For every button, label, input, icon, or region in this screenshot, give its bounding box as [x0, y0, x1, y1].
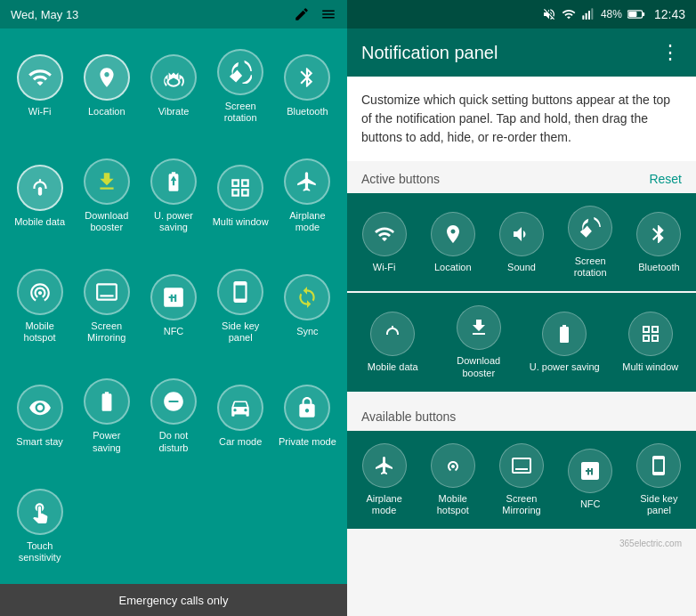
quick-btn-nfc-label: NFC — [164, 326, 184, 337]
right-header: Notification panel ⋮ — [347, 28, 696, 77]
quick-btn-sync[interactable]: Sync — [275, 252, 340, 361]
panel-btn-screen-rotation-active[interactable]: Screen rotation — [557, 197, 624, 288]
panel-btn-screen-rotation-label: Screen rotation — [561, 255, 620, 279]
panel-title: Notification panel — [361, 43, 498, 63]
panel-description: Customize which quick setting buttons ap… — [347, 77, 696, 161]
panel-btn-screen-mirroring-label: Screen Mirroring — [491, 493, 551, 516]
quick-btn-touch-sensitivity-label: Touch sensitivity — [11, 540, 69, 563]
quick-btn-u-power-saving-label: U. power saving — [144, 210, 202, 233]
svg-rect-0 — [582, 15, 584, 20]
signal-icon — [581, 7, 595, 21]
panel-btn-nfc-avail[interactable]: NFC — [557, 434, 624, 525]
panel-btn-bluetooth-label: Bluetooth — [638, 262, 679, 273]
quick-btn-car-mode-label: Car mode — [219, 436, 262, 448]
panel-btn-download-booster-active[interactable]: Download booster — [437, 296, 522, 387]
quick-btn-mobile-hotspot[interactable]: Mobile hotspot — [7, 252, 72, 361]
wifi-icon-status — [562, 7, 576, 21]
panel-btn-sound[interactable]: Sound — [488, 197, 554, 288]
quick-btn-mobile-data[interactable]: Mobile data — [7, 142, 72, 251]
watermark: 365electric.com — [619, 539, 682, 548]
panel-btn-u-power-saving-active[interactable]: U. power saving — [522, 296, 607, 387]
right-status-bar: 48% 12:43 — [347, 0, 696, 28]
quick-btn-airplane-mode-label: Airplane mode — [279, 210, 336, 233]
active-buttons-title: Active buttons — [361, 172, 440, 186]
panel-btn-mobile-hotspot-label: Mobile hotspot — [423, 493, 482, 516]
mute-icon — [542, 7, 556, 21]
quick-btn-side-key-panel-label: Side key panel — [212, 320, 270, 344]
quick-btn-location[interactable]: Location — [74, 32, 139, 141]
battery-percent: 48% — [601, 8, 622, 20]
panel-btn-mobile-hotspot-avail[interactable]: Mobile hotspot — [419, 434, 486, 525]
reset-button[interactable]: Reset — [649, 172, 682, 186]
panel-btn-wifi-label: Wi-Fi — [373, 262, 396, 273]
panel-btn-wifi[interactable]: Wi-Fi — [351, 197, 417, 288]
quick-btn-bluetooth[interactable]: Bluetooth — [275, 32, 340, 141]
svg-rect-3 — [591, 8, 593, 20]
panel-btn-nfc-label: NFC — [580, 498, 601, 510]
left-status-bar: Wed, May 13 — [0, 0, 347, 28]
quick-btn-wifi-label: Wi-Fi — [28, 106, 52, 118]
quick-btn-screen-mirroring[interactable]: Screen Mirroring — [74, 252, 139, 361]
svg-rect-1 — [586, 13, 587, 20]
quick-btn-private-mode-label: Private mode — [279, 436, 336, 448]
emergency-text: Emergency calls only — [119, 594, 229, 607]
svg-rect-5 — [643, 12, 645, 16]
status-time: 12:43 — [654, 7, 685, 21]
active-buttons-row2: Mobile data Download booster U. power sa… — [347, 293, 696, 391]
available-buttons-section-header: Available buttons — [347, 399, 696, 431]
quick-btn-screen-rotation[interactable]: Screen rotation — [208, 32, 273, 141]
quick-btn-do-not-disturb[interactable]: Do not disturb — [141, 362, 206, 471]
edit-icon[interactable] — [294, 6, 310, 22]
quick-btn-car-mode[interactable]: Car mode — [208, 362, 273, 471]
quick-buttons-grid: Wi-Fi Location Vibrate Screen rotation B… — [0, 28, 347, 584]
quick-btn-download-booster[interactable]: Download booster — [74, 142, 139, 251]
available-buttons-title: Available buttons — [361, 409, 456, 424]
quick-btn-side-key-panel[interactable]: Side key panel — [208, 252, 273, 361]
quick-btn-u-power-saving[interactable]: U. power saving — [141, 142, 206, 251]
svg-rect-2 — [588, 11, 590, 20]
quick-btn-airplane-mode[interactable]: Airplane mode — [275, 142, 340, 251]
right-panel: 48% 12:43 Notification panel ⋮ Customize… — [347, 0, 696, 616]
panel-btn-mobile-data-label: Mobile data — [368, 361, 418, 373]
battery-icon — [627, 9, 645, 20]
menu-icon[interactable] — [320, 6, 336, 22]
active-buttons-section-header: Active buttons Reset — [347, 161, 696, 193]
panel-btn-bluetooth-active[interactable]: Bluetooth — [626, 197, 692, 288]
quick-btn-private-mode[interactable]: Private mode — [275, 362, 340, 471]
svg-rect-6 — [628, 12, 636, 17]
panel-btn-airplane-mode-avail[interactable]: Airplane mode — [351, 434, 417, 525]
panel-btn-location-label: Location — [434, 262, 472, 273]
panel-btn-u-power-saving-label: U. power saving — [530, 361, 600, 373]
panel-btn-side-key-panel-label: Side key panel — [629, 493, 689, 516]
quick-btn-sync-label: Sync — [296, 326, 318, 337]
quick-btn-download-booster-label: Download booster — [77, 210, 135, 233]
quick-btn-power-saving-label: Power saving — [77, 430, 135, 453]
more-options-button[interactable]: ⋮ — [660, 41, 682, 64]
panel-btn-sound-label: Sound — [507, 262, 536, 273]
quick-btn-bluetooth-label: Bluetooth — [287, 106, 328, 118]
quick-btn-vibrate-label: Vibrate — [158, 106, 190, 118]
quick-btn-mobile-hotspot-label: Mobile hotspot — [11, 320, 69, 344]
available-buttons-grid: Airplane mode Mobile hotspot Screen Mirr… — [347, 431, 696, 529]
quick-btn-multi-window-label: Multi window — [213, 216, 269, 228]
quick-btn-screen-mirroring-label: Screen Mirroring — [77, 320, 135, 344]
quick-btn-power-saving[interactable]: Power saving — [74, 362, 139, 471]
quick-btn-nfc[interactable]: NFC — [141, 252, 206, 361]
quick-btn-multi-window[interactable]: Multi window — [208, 142, 273, 251]
quick-btn-wifi[interactable]: Wi-Fi — [7, 32, 72, 141]
panel-btn-multi-window-active[interactable]: Multi window — [609, 296, 693, 387]
panel-btn-side-key-panel-avail[interactable]: Side key panel — [626, 434, 692, 525]
quick-btn-touch-sensitivity[interactable]: Touch sensitivity — [7, 472, 72, 580]
quick-btn-smart-stay-label: Smart stay — [16, 436, 63, 448]
emergency-bar: Emergency calls only — [0, 584, 347, 616]
quick-btn-mobile-data-label: Mobile data — [14, 216, 65, 228]
left-panel: Wed, May 13 Wi-Fi Location Vibrate — [0, 0, 347, 616]
quick-btn-smart-stay[interactable]: Smart stay — [7, 362, 72, 471]
panel-btn-mobile-data-active[interactable]: Mobile data — [351, 296, 435, 387]
panel-btn-screen-mirroring-avail[interactable]: Screen Mirroring — [488, 434, 554, 525]
quick-btn-vibrate[interactable]: Vibrate — [141, 32, 206, 141]
panel-btn-airplane-mode-label: Airplane mode — [354, 493, 414, 516]
panel-btn-download-booster-label: Download booster — [441, 355, 518, 378]
panel-btn-location[interactable]: Location — [419, 197, 486, 288]
quick-btn-do-not-disturb-label: Do not disturb — [144, 430, 202, 453]
